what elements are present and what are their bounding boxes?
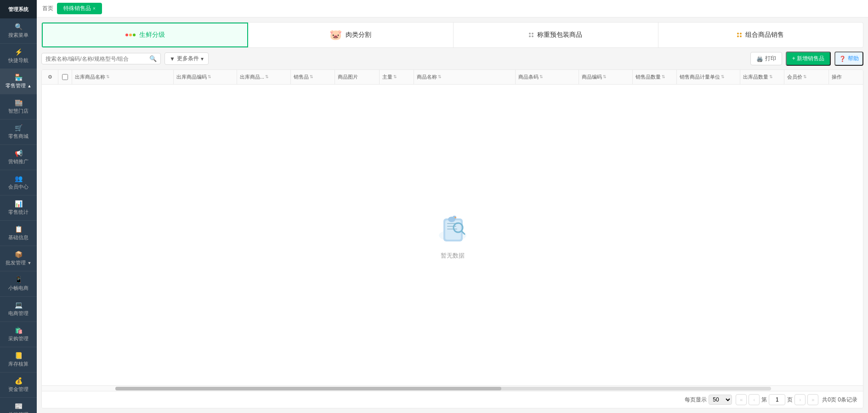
svg-point-10 xyxy=(454,217,456,218)
sort-icon-scode[interactable]: ⇅ xyxy=(603,75,607,79)
table-header: ⚙ 出库商品名称 ⇅ 出库商品编码 ⇅ 出库商品... ⇅ xyxy=(42,70,863,85)
th-unit-label: 销售商品计量单位 xyxy=(680,74,720,80)
tab-fresh-grade-label: 生鲜分级 xyxy=(139,31,165,39)
page-content: 生鲜分级 🐷 肉类分割 称重预包装商品 组合商品 xyxy=(37,17,868,413)
sidebar-item-mini-app[interactable]: 📱 小畅电商 xyxy=(0,271,37,297)
sort-icon-main[interactable]: ⇅ xyxy=(393,75,397,79)
th-outqty-label: 出库品数量 xyxy=(743,74,768,80)
th-qty-label: 销售品数量 xyxy=(635,74,661,80)
sidebar-item-label: 总账管理 xyxy=(8,411,28,413)
th-checkbox[interactable] xyxy=(58,70,72,84)
sort-icon-outcode[interactable]: ⇅ xyxy=(208,75,211,79)
retail-mgmt-icon: 🏪 xyxy=(15,74,23,81)
sidebar-item-basic-info[interactable]: 📋 基础信息 xyxy=(0,221,37,246)
sidebar-logo: 管理系统 xyxy=(0,0,37,18)
search-box[interactable]: 🔍 xyxy=(41,53,161,64)
tab-meat-cut[interactable]: 🐷 肉类分割 xyxy=(248,23,453,47)
page-number-input[interactable] xyxy=(769,394,785,405)
th-sale: 销售品 ⇅ xyxy=(291,70,335,84)
th-out-code-label: 出库商品编码 xyxy=(176,74,207,80)
tab-weigh-prepack[interactable]: 称重预包装商品 xyxy=(454,23,658,47)
sidebar-item-retail-stats[interactable]: 📊 零售统计 xyxy=(0,195,37,221)
general-ledger-icon: 📰 xyxy=(15,402,23,410)
sidebar-item-ecommerce[interactable]: 💻 电商管理 xyxy=(0,297,37,322)
select-all-checkbox[interactable] xyxy=(62,74,68,80)
tab-fresh-grade[interactable]: 生鲜分级 xyxy=(42,23,248,47)
sort-icon-qty[interactable]: ⇅ xyxy=(662,75,665,79)
sidebar-item-general-ledger[interactable]: 📰 总账管理 xyxy=(0,398,37,413)
empty-text: 暂无数据 xyxy=(441,252,465,260)
sidebar-item-label: 库存核算 xyxy=(8,361,28,367)
th-main: 主量 ⇅ xyxy=(380,70,414,84)
filter-button[interactable]: ▼ 更多条件 ▾ xyxy=(165,52,209,65)
th-settings[interactable]: ⚙ xyxy=(42,70,58,84)
sort-icon-barcode[interactable]: ⇅ xyxy=(539,75,543,79)
settings-col-icon: ⚙ xyxy=(48,74,52,80)
smart-store-icon: 🏬 xyxy=(15,99,23,106)
next-page-button[interactable]: › xyxy=(794,394,806,405)
svg-rect-4 xyxy=(447,226,456,227)
sidebar-item-marketing[interactable]: 📢 营销推广 xyxy=(0,145,37,170)
th-action: 操作 xyxy=(829,70,863,84)
th-name-label: 商品名称 xyxy=(417,74,437,80)
last-page-button[interactable]: » xyxy=(807,394,818,405)
search-icon[interactable]: 🔍 xyxy=(149,55,157,62)
tab-combo[interactable]: 组合商品销售 xyxy=(658,23,863,47)
data-table: ⚙ 出库商品名称 ⇅ 出库商品编码 ⇅ 出库商品... ⇅ xyxy=(41,69,863,408)
filter-icon: ▼ xyxy=(170,56,175,62)
sort-icon-name[interactable]: ⇅ xyxy=(438,75,442,79)
prev-page-button[interactable]: ‹ xyxy=(749,394,760,405)
sidebar-item-member-center[interactable]: 👥 会员中心 xyxy=(0,170,37,195)
th-barcode-label: 商品条码 xyxy=(518,74,539,80)
chevron-down-icon: ▲ xyxy=(28,84,32,88)
th-img-label: 商品图片 xyxy=(338,74,358,80)
sidebar-item-inventory[interactable]: 📒 库存核算 xyxy=(0,347,37,373)
th-sale-label: 销售品 xyxy=(294,74,309,80)
empty-illustration xyxy=(434,210,471,247)
sidebar-item-search-menu[interactable]: 🔍 搜索菜单 xyxy=(0,18,37,44)
purchase-icon: 🛍️ xyxy=(15,327,23,334)
sidebar-item-smart-store[interactable]: 🏬 智慧门店 xyxy=(0,94,37,120)
sidebar-item-label: 小畅电商 xyxy=(8,285,28,292)
fresh-grade-icon xyxy=(125,34,136,36)
retail-mall-icon: 🛒 xyxy=(15,124,23,132)
active-tab[interactable]: 特殊销售品 × xyxy=(57,3,102,14)
svg-rect-5 xyxy=(447,229,457,229)
sidebar-item-purchase[interactable]: 🛍️ 采购管理 xyxy=(0,322,37,347)
search-input[interactable] xyxy=(45,56,148,62)
sort-icon-unit[interactable]: ⇅ xyxy=(721,75,725,79)
sidebar-item-quick-nav[interactable]: ⚡ 快捷导航 xyxy=(0,44,37,69)
sort-icon-outspec[interactable]: ⇅ xyxy=(265,75,269,79)
sidebar-item-label: 智慧门店 xyxy=(8,108,28,115)
tab-weigh-label: 称重预包装商品 xyxy=(537,31,582,39)
sidebar-item-label: 零售管理 xyxy=(6,82,26,89)
sort-icon-member-price[interactable]: ⇅ xyxy=(803,75,807,79)
th-unit: 销售商品计量单位 ⇅ xyxy=(677,70,740,84)
th-member-price: 会员价 ⇅ xyxy=(784,70,828,84)
mini-app-icon: 📱 xyxy=(15,276,23,283)
page-label: 第 xyxy=(761,396,767,404)
sidebar-item-capital[interactable]: 💰 资金管理 xyxy=(0,373,37,398)
home-breadcrumb[interactable]: 首页 xyxy=(42,5,53,12)
search-menu-icon: 🔍 xyxy=(15,23,23,30)
print-button[interactable]: 🖨️ 打印 xyxy=(750,52,782,65)
tab-combo-label: 组合商品销售 xyxy=(745,31,784,39)
close-tab-icon[interactable]: × xyxy=(93,6,96,11)
combo-icon xyxy=(737,33,742,37)
add-sale-button[interactable]: + 新增销售品 xyxy=(786,52,831,66)
scrollbar-track xyxy=(115,387,771,390)
pagination: 每页显示 50 10 20 100 « ‹ 第 页 › » xyxy=(42,391,863,408)
sort-icon-sale[interactable]: ⇅ xyxy=(310,75,313,79)
horizontal-scrollbar[interactable] xyxy=(42,385,863,391)
page-size-select[interactable]: 50 10 20 100 xyxy=(709,395,732,405)
th-name: 商品名称 ⇅ xyxy=(414,70,516,84)
first-page-button[interactable]: « xyxy=(736,394,747,405)
sidebar-item-wholesale[interactable]: 📦 批发管理 ▼ xyxy=(0,246,37,271)
help-button[interactable]: ❓ 帮助 xyxy=(834,52,863,66)
sidebar-item-retail-mgmt[interactable]: 🏪 零售管理 ▲ xyxy=(0,69,37,94)
th-out-spec: 出库商品... ⇅ xyxy=(237,70,291,84)
sort-icon[interactable]: ⇅ xyxy=(106,75,110,79)
scrollbar-thumb[interactable] xyxy=(115,387,501,390)
sort-icon-outqty[interactable]: ⇅ xyxy=(769,75,773,79)
sidebar-item-retail-mall[interactable]: 🛒 零售商城 xyxy=(0,120,37,145)
